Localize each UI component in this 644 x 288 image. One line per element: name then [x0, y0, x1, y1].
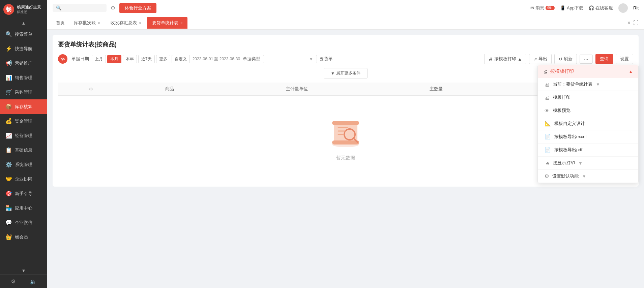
dropdown-item-template-custom[interactable]: 📐 模板自定义设计 [538, 117, 638, 130]
date-btn-last-month[interactable]: 上月 [92, 55, 106, 63]
app-version: 标准版 [17, 10, 41, 14]
top-header: 🔍 ⚙ 体验行业方案 ✉ 消息 99+ 📱 App下载 🎧 在线客服 Rit [47, 0, 644, 16]
date-btn-custom[interactable]: 自定义 [172, 55, 190, 63]
sidebar-item-finance[interactable]: 💰 资金管理 [0, 114, 47, 128]
sidebar-item-sales[interactable]: 📊 销售管理 [0, 70, 47, 85]
tab-batch[interactable]: 库存批次账 × [69, 17, 105, 29]
order-type-label: 要货单 [320, 56, 333, 62]
table-header-unit: 主计量单位 [215, 83, 379, 96]
trial-button[interactable]: 体验行业方案 [119, 3, 156, 13]
date-btn-this-year[interactable]: 本年 [123, 55, 137, 63]
more-button[interactable]: ⋯ [580, 55, 593, 64]
maximize-icon[interactable]: ⛶ [633, 20, 639, 26]
date-filter-label: 单据日期 [71, 56, 89, 62]
toolbar-expand-button[interactable]: ≫ [58, 54, 67, 64]
refresh-btn-label: 刷新 [564, 56, 573, 62]
messages-badge: 99+ [546, 6, 555, 10]
online-service-label: 在线客服 [595, 5, 613, 11]
newuser-nav-icon: 🎯 [5, 190, 12, 197]
page-title: 要货单统计表(按商品) [58, 40, 633, 49]
sidebar-item-collab[interactable]: 🤝 企业协同 [0, 172, 47, 186]
dropdown-item-export-pdf[interactable]: 📄 按模板导出pdf [538, 143, 638, 157]
tab-batch-label: 库存批次账 [74, 20, 96, 26]
dropdown-header[interactable]: 🖨 按模板打印 ▲ [538, 65, 638, 78]
sidebar-item-label: 畅会员 [15, 234, 28, 240]
tab-order-stats-label: 要货单统计表 [152, 20, 178, 26]
print-template-button[interactable]: 🖨 按模板打印 ▲ [484, 54, 526, 64]
dropdown-item-display-print[interactable]: 🖥 按显示打印 ▼ [538, 157, 638, 170]
purchase-nav-icon: 🛒 [5, 89, 12, 95]
date-btn-current-month[interactable]: 本月 [107, 55, 121, 63]
refresh-button[interactable]: ↺ 刷新 [554, 54, 577, 64]
sidebar-item-system[interactable]: ⚙️ 系统管理 [0, 157, 47, 172]
tab-receipts[interactable]: 收发存汇总表 × [106, 17, 146, 29]
tab-receipts-close-icon[interactable]: × [139, 21, 141, 25]
sidebar-item-operation[interactable]: 📈 经营管理 [0, 128, 47, 143]
user-avatar[interactable] [618, 3, 628, 13]
dropdown-template-preview-icon: 👁 [545, 108, 550, 114]
scroll-up-arrow[interactable]: ▲ [0, 19, 47, 27]
tab-batch-close-icon[interactable]: × [98, 21, 100, 25]
header-search-input[interactable] [63, 6, 97, 10]
sidebar-item-inventory[interactable]: 📦 库存核算 [0, 99, 47, 114]
dropdown-item-default-func[interactable]: ⚙ 设置默认功能 ▼ [538, 170, 638, 183]
date-btn-more[interactable]: 更多 [156, 55, 170, 63]
refresh-icon: ↺ [559, 57, 562, 62]
sidebar-item-wechat[interactable]: 💬 企业微信 [0, 215, 47, 230]
table-header-settings[interactable]: ⚙ [58, 83, 124, 96]
sidebar-item-label: 采购管理 [15, 89, 32, 95]
logo-text-block: 畅康通好生意 标准版 [17, 4, 41, 15]
tab-receipts-label: 收发存汇总表 [111, 20, 137, 26]
sidebar-item-member[interactable]: 👑 畅会员 [0, 230, 47, 244]
date-btn-last7[interactable]: 近7天 [138, 55, 155, 63]
sidebar-item-appstore[interactable]: 🏪 应用中心 [0, 201, 47, 215]
scroll-down-arrow[interactable]: ▼ [0, 267, 47, 275]
close-tab-panel-icon[interactable]: × [627, 20, 631, 26]
app-name: 畅康通好生意 [17, 4, 41, 10]
export-button[interactable]: ↗ 导出 [529, 54, 552, 64]
messages-button[interactable]: ✉ 消息 99+ [530, 5, 555, 11]
empty-state-illustration [325, 116, 366, 150]
sidebar-item-search[interactable]: 🔍 搜索菜单 [0, 27, 47, 41]
table-settings-icon[interactable]: ⚙ [89, 87, 93, 92]
shortcut-nav-icon: ⚡ [5, 45, 12, 52]
sidebar-item-purchase[interactable]: 🛒 采购管理 [0, 85, 47, 99]
tab-order-stats-close-icon[interactable]: × [180, 21, 182, 25]
dropdown-item-export-excel[interactable]: 📄 按模板导出excel [538, 130, 638, 143]
online-service-button[interactable]: 🎧 在线客服 [589, 5, 613, 11]
dropdown-export-pdf-label: 按模板导出pdf [554, 147, 582, 153]
dropdown-collapse-icon[interactable]: ▲ [628, 69, 633, 74]
dropdown-item-template-preview[interactable]: 👁 模板预览 [538, 104, 638, 117]
settings-button[interactable]: 设置 [616, 54, 633, 64]
tab-home[interactable]: 首页 [53, 17, 68, 29]
marketing-nav-icon: 📢 [5, 60, 12, 66]
sidebar-item-newuser[interactable]: 🎯 新手引导 [0, 186, 47, 201]
dropdown-item-template-print[interactable]: 🖨 模板打印 [538, 91, 638, 104]
settings-bottom-icon[interactable]: ⚙ [11, 278, 16, 285]
dropdown-export-excel-label: 按模板导出excel [554, 134, 586, 140]
query-button[interactable]: 查询 [595, 54, 613, 64]
toolbar: ≫ 单据日期 上月 本月 本年 近7天 更多 自定义 2023-06-01 至 … [58, 54, 633, 64]
app-download-button[interactable]: 📱 App下载 [560, 5, 583, 11]
wechat-nav-icon: 💬 [5, 219, 12, 226]
tab-order-stats[interactable]: 要货单统计表 × [147, 17, 187, 29]
header-gear-icon[interactable]: ⚙ [111, 5, 115, 11]
messages-label: 消息 [535, 5, 544, 11]
dropdown-item-current[interactable]: 🖨 当前：要货单统计表 ▼ [538, 78, 638, 91]
appstore-nav-icon: 🏪 [5, 205, 12, 211]
sidebar-item-label: 资金管理 [15, 118, 32, 124]
dropdown-export-excel-icon: 📄 [545, 134, 551, 140]
export-btn-label: 导出 [538, 56, 547, 62]
expand-more-conditions[interactable]: ▼ 展开更多条件 [324, 68, 368, 78]
sidebar-item-shortcut[interactable]: ⚡ 快捷导航 [0, 41, 47, 56]
sound-bottom-icon[interactable]: 🔈 [30, 278, 37, 285]
sidebar-item-basic[interactable]: 📋 基础信息 [0, 143, 47, 157]
type-select-dropdown[interactable]: ▼ [263, 55, 317, 63]
dropdown-template-print-label: 模板打印 [553, 94, 570, 100]
svg-rect-3 [332, 140, 359, 145]
header-search-box[interactable]: 🔍 [53, 4, 107, 12]
logo-icon: 畅 [3, 4, 14, 15]
sidebar-item-marketing[interactable]: 📢 营销推广 [0, 56, 47, 70]
table-header-product: 商品 [124, 83, 216, 96]
operation-nav-icon: 📈 [5, 132, 12, 139]
